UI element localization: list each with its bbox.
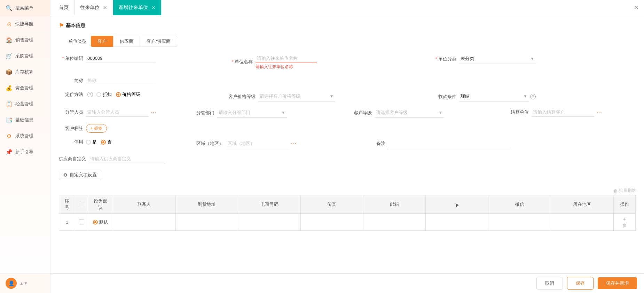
fax-input[interactable] [304,220,360,225]
field-customer-level: 客户等级 请选择客户等级 ▼ [347,108,505,118]
cell-phone[interactable] [238,214,301,231]
field-payment-terms: 收款条件 现结 ▼ ? [432,91,636,101]
cell-address[interactable] [175,214,238,231]
custom-settings-button[interactable]: ⚙ 自定义项设置 [59,170,101,180]
unit-type-both-button[interactable]: 客户/供应商 [140,36,177,47]
col-contact: 联系人 [113,195,175,214]
settlement-input[interactable] [532,108,594,117]
customer-level-arrow: ▼ [437,110,444,115]
radio-no[interactable]: 否 [101,139,112,145]
supplier-custom-input[interactable] [89,154,165,163]
section-title-text: 基本信息 [66,23,85,29]
bottom-toolbar: 取消 保存 保存并新增 [50,273,644,293]
department-arrow: ▼ [280,110,287,115]
delete-row-icon[interactable]: 🗑 [621,222,628,228]
default-radio[interactable] [93,220,98,225]
unit-name-label: 单位名称 [228,59,253,65]
sidebar-label-inventory: 库存核算 [15,69,33,75]
sidebar-label-purchase: 采购管理 [15,53,33,59]
cell-checkbox[interactable] [75,214,88,231]
tab-partners[interactable]: 往来单位 ✕ [74,0,113,15]
customer-price-level-select[interactable]: 请选择客户价格等级 ▼ [258,91,335,101]
sidebar-item-newbie[interactable]: 📌 新手引导 [0,144,50,160]
address-input[interactable] [179,220,235,225]
add-row-icon[interactable]: ＋ [621,216,628,222]
window-close-button[interactable]: ✕ [631,4,641,11]
disabled-radio-group: 是 否 [86,139,112,145]
tab-home[interactable]: 首页 [53,0,74,15]
cell-action: ＋ 🗑 [613,214,635,231]
sidebar-item-system[interactable]: ⚙ 系统管理 [0,128,50,144]
operations-icon: 📋 [6,100,13,107]
payment-terms-select[interactable]: 现结 ▼ [459,91,529,101]
sidebar-item-finance[interactable]: 💰 资金管理 [0,80,50,96]
payment-terms-label: 收款条件 [432,93,456,100]
email-input[interactable] [367,220,422,225]
save-new-button[interactable]: 保存并新增 [598,277,637,289]
sidebar-item-purchase[interactable]: 🛒 采购管理 [0,48,50,64]
cell-fax[interactable] [301,214,363,231]
manager-more-icon[interactable]: ··· [149,109,158,115]
inventory-icon: 📦 [6,68,13,75]
col-phone: 电话号码 [238,195,301,214]
sidebar-item-inventory[interactable]: 📦 库存核算 [0,64,50,80]
sidebar-item-search[interactable]: 🔍 搜索菜单 [0,0,50,16]
payment-terms-value: 现结 [459,91,522,101]
field-manager: 分管人员 ··· [59,108,190,117]
contact-input[interactable] [117,220,172,225]
radio-discount[interactable]: 折扣 [96,91,112,98]
wechat-input[interactable] [492,220,547,225]
cell-location[interactable] [551,214,613,231]
department-select[interactable]: 请输入分管部门 ▼ [217,108,287,118]
abbreviation-input[interactable] [86,76,156,85]
save-button[interactable]: 保存 [567,277,594,290]
unit-type-customer-button[interactable]: 客户 [91,36,113,47]
sidebar: 🔍 搜索菜单 ⊙ 快捷导航 🏠 销售管理 🛒 采购管理 📦 库存核算 💰 资金管… [0,0,50,293]
radio-discount-label: 折扣 [103,91,112,98]
sidebar-item-sales[interactable]: 🏠 销售管理 [0,32,50,48]
cancel-button[interactable]: 取消 [536,277,563,290]
tab-new-partner-close[interactable]: ✕ [151,5,156,10]
unit-name-wrap: 请输入往来单位名称 [256,54,317,70]
cell-wechat[interactable] [488,214,551,231]
field-department: 分管部门 请输入分管部门 ▼ [190,108,347,118]
settlement-more-icon[interactable]: ··· [594,109,604,115]
location-input[interactable] [555,220,610,225]
sidebar-item-quick-nav[interactable]: ⊙ 快捷导航 [0,16,50,32]
cell-email[interactable] [363,214,426,231]
region-more-icon[interactable]: ··· [289,140,299,147]
unit-name-input[interactable] [256,54,317,63]
add-tag-button[interactable]: + 标签 [86,124,107,133]
unit-type-supplier-button[interactable]: 供应商 [113,36,140,47]
sidebar-item-operations[interactable]: 📋 经营管理 [0,96,50,112]
manager-input[interactable] [86,108,149,117]
tab-new-partner[interactable]: 新增往来单位 ✕ [113,0,162,15]
pricing-help-icon[interactable]: ? [87,92,93,97]
tab-partners-close[interactable]: ✕ [103,5,107,10]
unit-code-input[interactable] [86,54,156,63]
radio-yes-circle [86,140,91,145]
qq-input[interactable] [429,220,485,225]
note-input[interactable] [388,139,510,148]
customer-level-select[interactable]: 请选择客户等级 ▼ [375,108,444,118]
payment-terms-help-icon[interactable]: ? [530,94,536,99]
col-checkbox-header[interactable] [75,195,88,214]
cell-qq[interactable] [426,214,488,231]
radio-yes[interactable]: 是 [86,139,97,145]
batch-delete-area[interactable]: 🗑 批量删除 [59,188,636,194]
sidebar-item-basic[interactable]: 📑 基础信息 [0,112,50,128]
quick-nav-icon: ⊙ [6,21,13,27]
radio-price-level[interactable]: 价格等级 [116,91,140,98]
phone-input[interactable] [242,220,297,225]
cell-contact[interactable] [113,214,175,231]
form-row-manager: 分管人员 ··· 分管部门 请输入分管部门 ▼ 客户等级 请选择客户等级 ▼ 结… [59,108,636,118]
sidebar-label-sales: 销售管理 [15,37,33,43]
tab-home-label: 首页 [59,5,69,11]
header-checkbox[interactable] [79,202,84,207]
customer-tag-label: 客户标签 [59,125,83,132]
row-checkbox[interactable] [79,219,84,225]
main-content: 首页 往来单位 ✕ 新增往来单位 ✕ ✕ ⚑ 基本信息 单位类型 客户 供应商 … [50,0,644,293]
unit-category-select[interactable]: 未分类 ▼ [459,54,536,64]
region-input[interactable] [226,139,289,148]
gear-icon: ⚙ [63,172,68,178]
